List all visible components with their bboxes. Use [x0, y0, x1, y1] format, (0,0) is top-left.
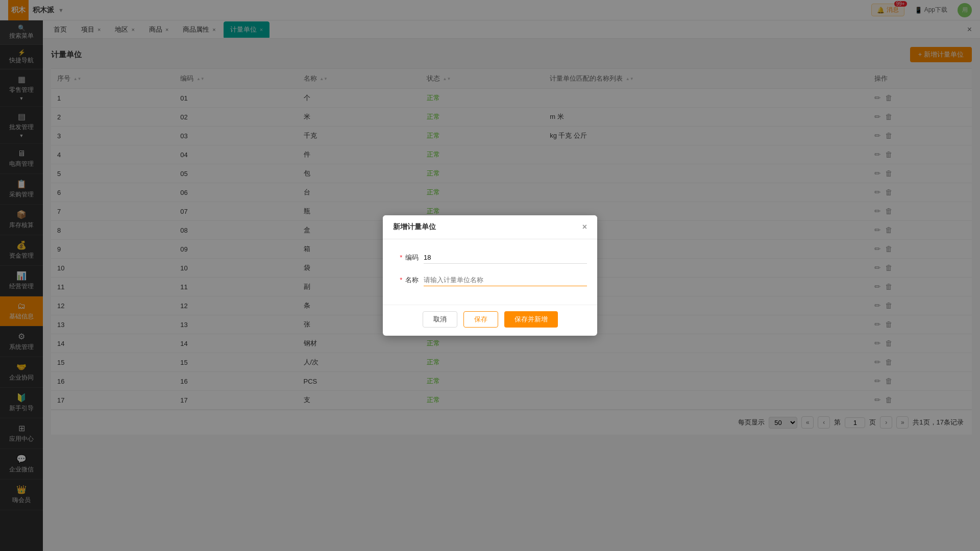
save-and-new-button[interactable]: 保存并新增	[504, 311, 558, 328]
modal-title: 新增计量单位	[393, 222, 436, 232]
add-unit-modal: 新增计量单位 × * 编码 * 名称 取消 保存 保存并新增	[383, 215, 597, 336]
code-required-mark: *	[400, 254, 402, 261]
cancel-button[interactable]: 取消	[423, 311, 457, 328]
modal-body: * 编码 * 名称	[383, 239, 597, 305]
code-field-label: * 编码	[393, 253, 419, 262]
name-required-mark: *	[400, 276, 402, 284]
name-field-label: * 名称	[393, 276, 419, 285]
form-row-code: * 编码	[393, 252, 587, 264]
modal-close-button[interactable]: ×	[582, 222, 587, 232]
modal-overlay: 新增计量单位 × * 编码 * 名称 取消 保存 保存并新增	[0, 0, 980, 551]
save-button[interactable]: 保存	[463, 311, 498, 328]
modal-header: 新增计量单位 ×	[383, 215, 597, 239]
form-row-name: * 名称	[393, 274, 587, 286]
name-input[interactable]	[424, 274, 587, 286]
code-input[interactable]	[424, 252, 587, 264]
modal-footer: 取消 保存 保存并新增	[383, 305, 597, 336]
